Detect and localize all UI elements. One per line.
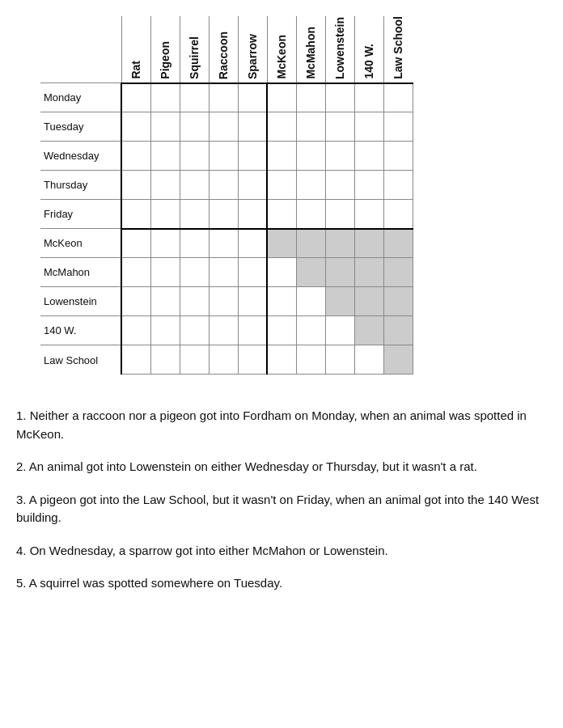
grid-cell[interactable] [354,171,383,200]
grid-cell[interactable] [354,229,383,258]
grid-cell[interactable] [209,200,238,229]
grid-cell[interactable] [354,287,383,316]
grid-cell[interactable] [121,287,150,316]
grid-cell[interactable] [325,229,354,258]
grid-cell[interactable] [180,229,209,258]
grid-cell[interactable] [383,316,413,345]
grid-cell[interactable] [267,345,296,375]
grid-cell[interactable] [180,316,209,345]
grid-cell[interactable] [150,316,180,345]
grid-cell[interactable] [121,112,150,142]
grid-cell[interactable] [209,258,238,287]
grid-cell[interactable] [238,258,267,287]
grid-cell[interactable] [267,287,296,316]
grid-cell[interactable] [296,171,325,200]
grid-cell[interactable] [383,229,413,258]
grid-cell[interactable] [325,200,354,229]
grid-cell[interactable] [121,229,150,258]
grid-cell[interactable] [267,258,296,287]
grid-cell[interactable] [238,316,267,345]
grid-cell[interactable] [325,83,354,112]
grid-cell[interactable] [354,345,383,375]
grid-cell[interactable] [150,229,180,258]
grid-cell[interactable] [267,229,296,258]
grid-cell[interactable] [209,171,238,200]
grid-cell[interactable] [180,258,209,287]
grid-cell[interactable] [296,258,325,287]
grid-cell[interactable] [238,83,267,112]
grid-cell[interactable] [383,345,413,375]
grid-cell[interactable] [325,345,354,375]
grid-cell[interactable] [150,171,180,200]
grid-cell[interactable] [238,112,267,142]
grid-cell[interactable] [150,345,180,375]
grid-cell[interactable] [121,345,150,375]
grid-cell[interactable] [383,287,413,316]
grid-cell[interactable] [354,83,383,112]
grid-cell[interactable] [209,229,238,258]
grid-cell[interactable] [121,142,150,171]
grid-cell[interactable] [209,287,238,316]
grid-cell[interactable] [325,171,354,200]
grid-cell[interactable] [383,83,413,112]
grid-cell[interactable] [296,316,325,345]
grid-cell[interactable] [325,316,354,345]
grid-cell[interactable] [325,258,354,287]
grid-cell[interactable] [150,83,180,112]
grid-cell[interactable] [267,83,296,112]
grid-cell[interactable] [209,316,238,345]
grid-cell[interactable] [209,142,238,171]
grid-cell[interactable] [267,142,296,171]
grid-cell[interactable] [150,200,180,229]
grid-cell[interactable] [354,258,383,287]
grid-cell[interactable] [150,258,180,287]
grid-cell[interactable] [180,345,209,375]
grid-cell[interactable] [180,142,209,171]
grid-cell[interactable] [121,316,150,345]
grid-cell[interactable] [325,142,354,171]
grid-cell[interactable] [325,112,354,142]
grid-cell[interactable] [354,112,383,142]
grid-cell[interactable] [267,112,296,142]
grid-cell[interactable] [180,287,209,316]
grid-cell[interactable] [121,200,150,229]
grid-cell[interactable] [354,200,383,229]
grid-cell[interactable] [238,200,267,229]
grid-cell[interactable] [180,83,209,112]
grid-cell[interactable] [296,112,325,142]
grid-cell[interactable] [267,171,296,200]
grid-cell[interactable] [209,112,238,142]
grid-cell[interactable] [180,112,209,142]
grid-cell[interactable] [121,171,150,200]
grid-cell[interactable] [150,142,180,171]
grid-cell[interactable] [325,287,354,316]
grid-cell[interactable] [354,316,383,345]
grid-cell[interactable] [209,83,238,112]
grid-cell[interactable] [238,345,267,375]
grid-cell[interactable] [238,142,267,171]
grid-cell[interactable] [296,83,325,112]
grid-cell[interactable] [121,83,150,112]
grid-cell[interactable] [238,229,267,258]
grid-cell[interactable] [296,142,325,171]
grid-cell[interactable] [354,142,383,171]
grid-cell[interactable] [296,229,325,258]
grid-cell[interactable] [267,316,296,345]
grid-cell[interactable] [383,171,413,200]
grid-cell[interactable] [150,112,180,142]
grid-cell[interactable] [121,258,150,287]
grid-cell[interactable] [383,142,413,171]
grid-cell[interactable] [150,287,180,316]
grid-cell[interactable] [296,287,325,316]
grid-cell[interactable] [209,345,238,375]
grid-cell[interactable] [383,112,413,142]
grid-cell[interactable] [383,200,413,229]
grid-cell[interactable] [267,200,296,229]
grid-cell[interactable] [238,171,267,200]
grid-cell[interactable] [180,200,209,229]
grid-cell[interactable] [383,258,413,287]
grid-cell[interactable] [180,171,209,200]
grid-cell[interactable] [238,287,267,316]
grid-cell[interactable] [296,345,325,375]
grid-cell[interactable] [296,200,325,229]
